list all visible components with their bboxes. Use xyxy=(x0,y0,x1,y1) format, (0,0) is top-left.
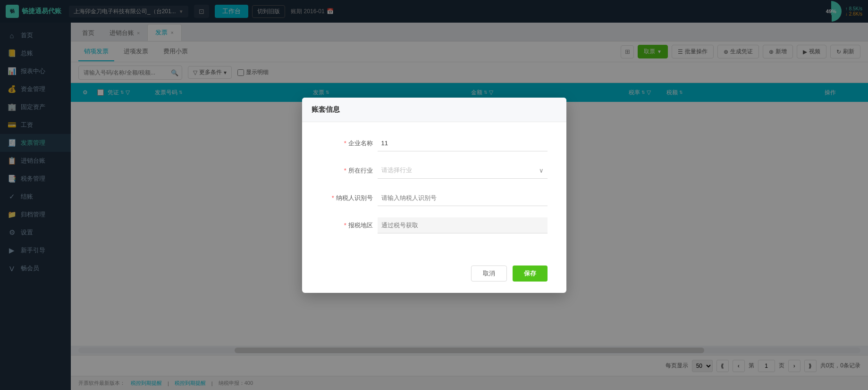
company-name-input[interactable] xyxy=(378,135,548,151)
save-button[interactable]: 保存 xyxy=(513,266,548,282)
tax-region-input xyxy=(378,217,548,233)
modal-title: 账套信息 xyxy=(312,105,340,113)
modal-footer: 取消 保存 xyxy=(302,258,566,293)
modal-body: * 企业名称 * 所在行业 请选择行业 ∨ * xyxy=(302,122,566,258)
company-name-row: * 企业名称 xyxy=(321,135,548,151)
industry-label: * 所在行业 xyxy=(321,166,378,175)
industry-select[interactable]: 请选择行业 ∨ xyxy=(378,163,548,179)
tax-region-label: * 报税地区 xyxy=(321,221,378,230)
modal-header: 账套信息 xyxy=(302,98,566,122)
account-info-modal: 账套信息 * 企业名称 * 所在行业 请选择行业 ∨ xyxy=(302,98,566,293)
taxpayer-id-row: * 纳税人识别号 xyxy=(321,190,548,206)
taxpayer-id-input[interactable] xyxy=(378,190,548,206)
company-name-label: * 企业名称 xyxy=(321,139,378,148)
tax-region-row: * 报税地区 xyxy=(321,217,548,233)
industry-row: * 所在行业 请选择行业 ∨ xyxy=(321,163,548,179)
modal-overlay: 账套信息 * 企业名称 * 所在行业 请选择行业 ∨ xyxy=(0,0,868,390)
industry-placeholder: 请选择行业 xyxy=(381,166,412,174)
taxpayer-id-label: * 纳税人识别号 xyxy=(321,194,378,202)
cancel-button[interactable]: 取消 xyxy=(471,266,507,282)
industry-dropdown-icon: ∨ xyxy=(539,167,544,174)
